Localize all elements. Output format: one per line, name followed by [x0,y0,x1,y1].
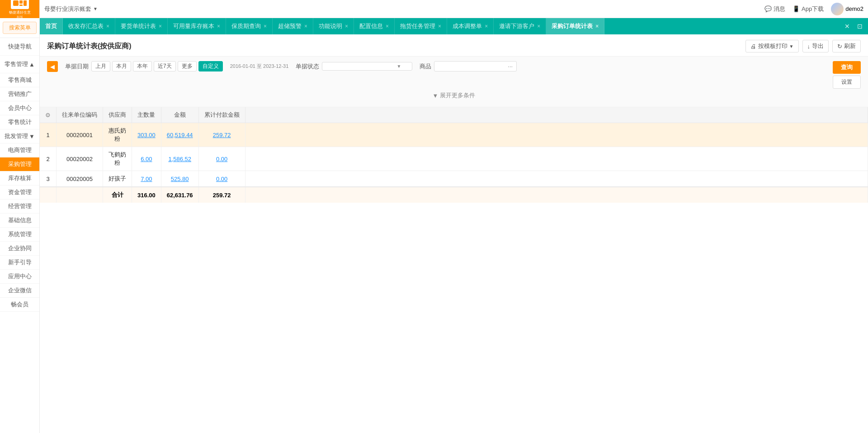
footer-amount: 62,631.76 [161,187,198,203]
row-paid-1[interactable]: 259.72 [198,123,245,147]
row-amount-3[interactable]: 525.80 [161,171,198,187]
tab-peizhi[interactable]: 配置信息 × [354,18,395,34]
tab-close-chengben[interactable]: × [485,23,488,29]
filter-toggle-button[interactable]: ◀ [47,61,58,72]
col-supplier: 供应商 [103,107,132,123]
sidebar-item-newbie[interactable]: 新手引导 [0,256,39,270]
sidebar-item-wechat[interactable]: 企业微信 [0,284,39,298]
tab-shoufaHuizong[interactable]: 收发存汇总表 × [63,18,115,34]
tab-home[interactable]: 首页 [40,18,63,34]
store-selector[interactable]: 母婴行业演示账套 ▼ [44,5,98,13]
tab-close-shoufaHuizong[interactable]: × [106,23,109,29]
tabbar-maximize-btn[interactable]: ⊡ [855,22,864,31]
table-row: 2 00020002 飞鹤奶粉 6.00 1,586.52 0.00 [40,147,868,171]
col-quantity: 主数量 [132,107,161,123]
sidebar-item-finance[interactable]: 资金管理 [0,186,39,200]
date-btn-7days[interactable]: 近7天 [154,61,176,71]
query-button[interactable]: 查询 [833,61,861,74]
column-settings-icon[interactable]: ⚙ [45,112,51,119]
sidebar-item-marketing[interactable]: 营销推广 [0,87,39,101]
row-amount-1[interactable]: 60,519.44 [161,123,198,147]
table-head: ⚙ 往来单位编码 供应商 主数量 金额 累计付款金额 [40,107,868,123]
date-filter: 单据日期 上月 本月 本年 近7天 更多 自定义 [65,61,223,71]
table-footer: 合计 316.00 62,631.76 259.72 [40,187,868,203]
tabbar-close-btn[interactable]: ✕ [843,22,852,31]
tab-close-caigou[interactable]: × [595,23,599,29]
tab-close-baoquan[interactable]: × [264,23,267,29]
sidebar-label-inventory: 库存核算 [8,174,32,182]
tab-close-yaohuoDan[interactable]: × [159,23,162,29]
tab-close-gongneng[interactable]: × [345,23,348,29]
row-number: 2 [46,156,49,162]
tab-gongneng[interactable]: 功能说明 × [313,18,354,34]
date-btn-this-month[interactable]: 本月 [112,61,131,71]
tab-close-yaoqing[interactable]: × [537,23,540,29]
sidebar-item-enterprise[interactable]: 企业协同 [0,242,39,256]
search-menu-button[interactable]: 搜索英单 [3,22,37,34]
sidebar-item-retail-stat[interactable]: 零售统计 [0,115,39,129]
sidebar-item-member[interactable]: 会员中心 [0,101,39,115]
tab-yaoqing[interactable]: 邀请下游客户 × [494,18,546,34]
row-quantity-1[interactable]: 303.00 [132,123,161,147]
tab-caigou[interactable]: 采购订单统计表 × [546,18,604,34]
setting-button[interactable]: 设置 [833,76,861,89]
goods-search-more-icon[interactable]: ··· [508,63,513,70]
user-menu[interactable]: demo2 [831,3,863,15]
app-download-label: App下载 [802,5,824,13]
goods-search-input[interactable] [438,63,506,70]
tab-close-tuohuo[interactable]: × [438,23,441,29]
sidebar-item-batch[interactable]: 批发管理 ▼ [0,129,39,143]
sidebar-label-finance: 资金管理 [8,188,32,196]
row-quantity-2[interactable]: 6.00 [132,147,161,171]
sidebar-item-system[interactable]: 系统管理 [0,228,39,242]
date-btn-this-year[interactable]: 本年 [133,61,152,71]
print-button[interactable]: 🖨 按模板打印 ▼ [745,40,799,52]
sidebar-label-wechat: 企业微信 [8,286,32,295]
app-download-button[interactable]: 📱 App下载 [793,5,824,13]
sidebar-item-appstore[interactable]: 应用中心 [0,270,39,284]
status-select[interactable]: ▼ [322,62,412,71]
row-paid-2[interactable]: 0.00 [198,147,245,171]
date-btn-more[interactable]: 更多 [178,61,197,71]
sidebar-item-ops[interactable]: 经营管理 [0,200,39,214]
date-btn-last-month[interactable]: 上月 [91,61,110,71]
sidebar-item-ecom[interactable]: 电商管理 [0,143,39,157]
sidebar-item-shortcut[interactable]: 快捷导航 [0,38,39,56]
goods-label: 商品 [420,62,431,71]
sidebar-label-batch: 批发管理 [5,132,28,140]
tab-yaohuoDan[interactable]: 要货单统计表 × [115,18,168,34]
date-range-display: 2016-01-01 至 2023-12-31 [230,63,289,70]
expand-icon: ▼ [433,92,439,99]
row-quantity-3[interactable]: 7.00 [132,171,161,187]
expand-more-button[interactable]: ▼ 展开更多条件 [47,89,861,102]
tabbar: 首页 收发存汇总表 × 要货单统计表 × 可用量库存账本 × 保质期查询 × 超… [40,18,868,34]
tab-tuohuo[interactable]: 拖货任务管理 × [395,18,447,34]
sidebar-item-retail-store[interactable]: 零售商城 [0,73,39,87]
table-header-row: ⚙ 往来单位编码 供应商 主数量 金额 累计付款金额 [40,107,868,123]
tab-close-chaochuyujing[interactable]: × [304,23,307,29]
collapse-icon: ◀ [50,63,55,70]
main-area: 母婴行业演示账套 ▼ 💬 消息 📱 App下载 demo2 首页 收发存汇总表 … [40,0,868,433]
export-button[interactable]: ↓ 导出 [802,40,829,52]
message-button[interactable]: 💬 消息 [764,5,785,13]
row-paid-3[interactable]: 0.00 [198,171,245,187]
sidebar-label-purchase: 采购管理 [8,160,32,168]
tab-label-caigou: 采购订单统计表 [552,22,593,30]
tab-keyongLiang[interactable]: 可用量库存账本 × [168,18,226,34]
tab-chaochuyujing[interactable]: 超储预警 × [273,18,313,34]
row-amount-2[interactable]: 1,586.52 [161,147,198,171]
refresh-button[interactable]: ↻ 刷新 [832,40,861,52]
sidebar-item-basic[interactable]: 基础信息 [0,214,39,228]
tab-chengben[interactable]: 成本调整单 × [447,18,494,34]
sidebar-item-purchase[interactable]: 采购管理 [0,157,39,171]
tab-baoquan[interactable]: 保质期查询 × [226,18,273,34]
row-supplier-1: 惠氏奶粉 [103,123,132,147]
sidebar-item-inventory[interactable]: 库存核算 [0,171,39,186]
tab-close-keyongLiang[interactable]: × [217,23,220,29]
sidebar-item-retail[interactable]: 零售管理 ▲ [0,56,39,73]
footer-paid: 259.72 [198,187,245,203]
refresh-label: 刷新 [844,42,856,50]
filter-area: ◀ 单据日期 上月 本月 本年 近7天 更多 自定义 [40,57,868,107]
tab-close-peizhi[interactable]: × [386,23,389,29]
sidebar-item-vip[interactable]: 畅会员 [0,298,39,312]
